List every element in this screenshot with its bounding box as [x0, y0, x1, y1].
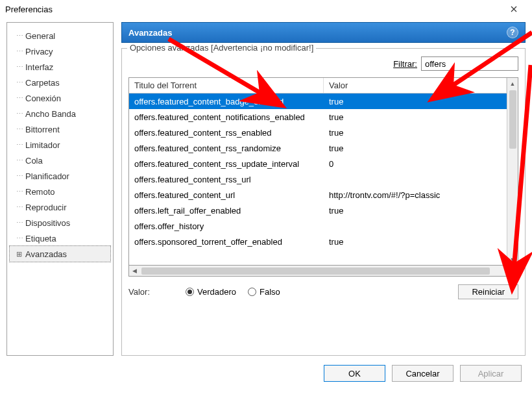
sidebar-item-etiqueta[interactable]: ⋯Etiqueta: [10, 230, 110, 246]
sidebar-item-label: Privacy: [24, 47, 53, 56]
reset-button[interactable]: Reiniciar: [458, 284, 518, 299]
sidebar-item-general[interactable]: ⋯General: [10, 28, 110, 44]
column-name[interactable]: Titulo del Torrent: [129, 78, 324, 93]
panel-title: Avanzadas: [128, 28, 172, 38]
tree-bullet-icon: ⋯: [16, 203, 24, 212]
sidebar-item-limitador[interactable]: ⋯Limitador: [10, 137, 110, 153]
sidebar-item-ancho-banda[interactable]: ⋯Ancho Banda: [10, 106, 110, 121]
cell-name: offers.sponsored_torrent_offer_enabled: [129, 236, 324, 248]
cell-name: offers.featured_content_rss_update_inter…: [129, 158, 324, 170]
table-row[interactable]: offers.featured_content_badge_enabledtru…: [129, 93, 507, 109]
cell-value: true: [324, 205, 507, 217]
table-row[interactable]: offers.featured_content_rss_enabledtrue: [129, 125, 507, 140]
sidebar-item-label: Ancho Banda: [24, 109, 76, 119]
tree-bullet-icon: ⋯: [16, 172, 24, 180]
table-row[interactable]: offers.featured_content_rss_randomizetru…: [129, 140, 507, 156]
sidebar-item-carpetas[interactable]: ⋯Carpetas: [10, 75, 110, 90]
apply-button[interactable]: Aplicar: [460, 365, 522, 382]
table-row[interactable]: offers.featured_content_rss_update_inter…: [129, 156, 507, 171]
radio-true[interactable]: Verdadero: [186, 287, 236, 297]
tree-bullet-icon: ⋯: [16, 110, 24, 118]
sidebar-item-label: Avanzadas: [24, 249, 67, 259]
cell-name: offers.featured_content_badge_enabled: [129, 95, 324, 108]
table-row[interactable]: offers.left_rail_offer_enabledtrue: [129, 203, 507, 218]
help-icon[interactable]: ?: [507, 27, 518, 38]
scroll-right-icon[interactable]: ▶: [507, 266, 518, 276]
table-row[interactable]: offers.offer_history: [129, 218, 507, 234]
sidebar-item-dispositivos[interactable]: ⋯Dispositivos: [10, 215, 110, 230]
sidebar-item-reproducir[interactable]: ⋯Reproducir: [10, 199, 110, 215]
radio-true-label: Verdadero: [197, 287, 236, 297]
ok-button[interactable]: OK: [324, 365, 385, 382]
cell-value: true: [324, 236, 507, 248]
sidebar-item-planificador[interactable]: ⋯Planificador: [10, 168, 110, 184]
value-label: Valor:: [128, 287, 174, 297]
window-title: Preferencias: [5, 5, 53, 14]
cell-value: true: [324, 95, 507, 108]
sidebar-item-label: Remoto: [24, 187, 55, 197]
sidebar-item-label: Dispositivos: [24, 218, 70, 228]
groupbox-title: Opciones avanzadas [Advertencia ¡no modi…: [127, 43, 316, 53]
sidebar-item-label: Interfaz: [24, 62, 53, 72]
sidebar-item-label: Bittorrent: [24, 125, 60, 134]
radio-false[interactable]: Falso: [248, 287, 280, 297]
tree-bullet-icon: ⋯: [16, 141, 24, 149]
cell-value: true: [324, 142, 507, 155]
scroll-up-icon[interactable]: ▲: [507, 78, 518, 89]
tree-bullet-icon: ⋯: [16, 63, 24, 71]
table-row[interactable]: offers.featured_content_notifications_en…: [129, 109, 507, 125]
tree-bullet-icon: ⋯: [16, 156, 24, 165]
horizontal-scrollbar[interactable]: ◀ ▶: [128, 266, 518, 277]
options-table[interactable]: Titulo del Torrent Valor offers.featured…: [128, 77, 518, 266]
sidebar-item-label: Carpetas: [24, 78, 60, 88]
sidebar-item-label: Reproducir: [24, 203, 67, 212]
scroll-down-icon[interactable]: ▼: [507, 254, 518, 265]
sidebar-item-label: Cola: [24, 156, 43, 166]
sidebar-item-cola[interactable]: ⋯Cola: [10, 153, 110, 168]
sidebar-item-label: Planificador: [24, 171, 69, 181]
cell-value: 0: [324, 158, 507, 170]
table-row[interactable]: offers.featured_content_urlhttp://trontv…: [129, 187, 507, 203]
tree-bullet-icon: ⋯: [16, 219, 24, 227]
sidebar-item-remoto[interactable]: ⋯Remoto: [10, 184, 110, 199]
cell-value: true: [324, 127, 507, 139]
close-button[interactable]: [501, 1, 527, 17]
expand-icon[interactable]: ⊞: [16, 250, 24, 258]
panel-header: Avanzadas ?: [121, 22, 526, 43]
filter-label: Filtrar:: [393, 59, 417, 69]
cell-name: offers.featured_content_notifications_en…: [129, 111, 324, 123]
filter-input[interactable]: [421, 56, 518, 71]
cell-name: offers.offer_history: [129, 220, 324, 232]
tree-bullet-icon: ⋯: [16, 47, 24, 56]
sidebar-item-label: Etiqueta: [24, 234, 56, 243]
sidebar-item-conexión[interactable]: ⋯Conexión: [10, 90, 110, 106]
column-value[interactable]: Valor: [324, 78, 507, 93]
tree-bullet-icon: ⋯: [16, 188, 24, 196]
sidebar-item-bittorrent[interactable]: ⋯Bittorrent: [10, 121, 110, 137]
sidebar-item-avanzadas[interactable]: ⊞Avanzadas: [10, 246, 110, 262]
close-icon: [511, 6, 517, 12]
scroll-left-icon[interactable]: ◀: [129, 266, 140, 276]
tree-bullet-icon: ⋯: [16, 79, 24, 87]
tree-bullet-icon: ⋯: [16, 32, 24, 40]
table-header: Titulo del Torrent Valor: [129, 78, 507, 93]
cell-name: offers.featured_content_url: [129, 189, 324, 201]
cell-name: offers.featured_content_rss_enabled: [129, 127, 324, 139]
tree-bullet-icon: ⋯: [16, 234, 24, 243]
table-row[interactable]: offers.sponsored_torrent_offer_enabledtr…: [129, 234, 507, 249]
hscroll-thumb[interactable]: [141, 267, 490, 275]
sidebar-item-interfaz[interactable]: ⋯Interfaz: [10, 59, 110, 75]
dialog-buttons: OK Cancelar Aplicar: [0, 356, 532, 391]
table-row[interactable]: offers.featured_content_rss_url: [129, 171, 507, 187]
cell-name: offers.left_rail_offer_enabled: [129, 205, 324, 217]
tree-bullet-icon: ⋯: [16, 94, 24, 103]
scroll-thumb[interactable]: [509, 90, 516, 149]
title-bar: Preferencias: [0, 0, 532, 18]
sidebar-item-privacy[interactable]: ⋯Privacy: [10, 44, 110, 59]
cell-value: [324, 178, 507, 180]
cancel-button[interactable]: Cancelar: [392, 365, 453, 382]
sidebar-item-label: Limitador: [24, 140, 60, 150]
vertical-scrollbar[interactable]: ▲ ▼: [507, 78, 518, 265]
preferences-tree[interactable]: ⋯General⋯Privacy⋯Interfaz⋯Carpetas⋯Conex…: [6, 22, 114, 356]
sidebar-item-label: Conexión: [24, 93, 61, 103]
